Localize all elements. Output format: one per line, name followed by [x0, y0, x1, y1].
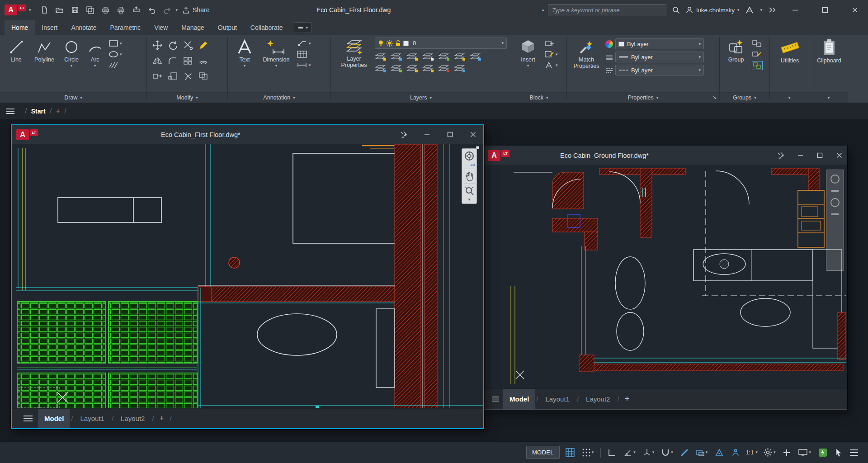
layer-make-current-button[interactable] — [375, 64, 387, 73]
new-drawing-tab-button[interactable]: + — [56, 107, 60, 116]
properties-dialog-launcher-icon[interactable]: ↘ — [712, 94, 717, 100]
group-edit-button[interactable] — [752, 50, 763, 58]
tab-view[interactable]: View — [147, 20, 175, 35]
ellipse-tool-button[interactable]: ▾ — [108, 50, 122, 58]
tab-model[interactable]: Model — [503, 389, 535, 409]
panel-footer-groups[interactable]: Groups▾ — [720, 92, 769, 103]
layer-lock-button[interactable] — [422, 52, 434, 61]
explode-tool-button[interactable] — [181, 69, 195, 83]
user-account-button[interactable]: luke.cholmsky ▾ — [685, 6, 739, 14]
tab-model[interactable]: Model — [38, 409, 70, 428]
qat-customize-caret-icon[interactable]: ▾ — [176, 8, 178, 12]
clean-screen-cursor-button[interactable] — [833, 447, 844, 458]
tab-insert[interactable]: Insert — [35, 20, 64, 35]
layout-tab-menu-icon[interactable] — [488, 396, 503, 402]
close-button[interactable] — [842, 0, 868, 20]
search-history-caret-icon[interactable]: ▸ — [542, 8, 545, 12]
layer-walk-button[interactable] — [406, 64, 418, 73]
doc-close-button[interactable] — [470, 132, 476, 137]
group-button[interactable]: Group — [723, 38, 749, 63]
move-tool-button[interactable] — [151, 38, 164, 52]
dimension-tool-button[interactable]: Dimension ▾ — [259, 38, 293, 68]
app-connect-caret-icon[interactable]: ▾ — [760, 8, 762, 12]
panel-footer-annotation[interactable]: Annotation▾ — [228, 92, 330, 103]
annotation-autoscale-toggle[interactable] — [730, 447, 741, 458]
tab-home[interactable]: Home — [5, 20, 35, 35]
annotation-monitor-button[interactable] — [781, 447, 793, 458]
copy-tool-button[interactable] — [197, 69, 210, 83]
erase-tool-button[interactable] — [197, 38, 210, 52]
polar-tracking-toggle[interactable]: ▾ — [622, 447, 637, 458]
first-floor-viewport[interactable]: 2D ▾ — [12, 144, 483, 408]
insert-block-button[interactable]: Insert ▾ — [515, 38, 541, 68]
panel-footer-draw[interactable]: Draw▾ — [0, 92, 146, 103]
layer-properties-button[interactable]: Layer Properties — [335, 38, 373, 69]
layer-match-button[interactable] — [438, 52, 450, 61]
doc-maximize-button[interactable] — [817, 152, 823, 158]
panel-footer-utilities[interactable]: ▾ — [770, 92, 809, 103]
layer-state-button[interactable] — [470, 52, 481, 61]
annotation-scale-button[interactable]: 1:1▾ — [745, 449, 758, 456]
layer-isolate-button[interactable] — [391, 52, 402, 61]
layer-freeze-button[interactable] — [406, 52, 418, 61]
search-input[interactable] — [548, 4, 666, 16]
navigation-wheel-icon[interactable] — [464, 151, 475, 161]
edit-attributes-button[interactable]: ▾ — [544, 50, 558, 58]
tab-output[interactable]: Output — [211, 20, 244, 35]
tab-layout2[interactable]: Layout2 — [580, 389, 616, 409]
first-floor-plan[interactable] — [12, 144, 483, 408]
pin-icon[interactable] — [777, 152, 784, 159]
layer-delete-button[interactable] — [438, 64, 450, 73]
share-button[interactable]: Share — [182, 6, 209, 14]
layer-off-button[interactable] — [375, 52, 387, 61]
nav-more-icon[interactable] — [831, 213, 839, 215]
hatch-tool-button[interactable] — [108, 61, 122, 69]
tab-annotate[interactable]: Annotate — [64, 20, 103, 35]
workspace-gear-button[interactable]: ▾ — [762, 446, 777, 458]
batch-plot-button[interactable] — [114, 3, 128, 17]
customization-menu-button[interactable] — [848, 448, 860, 458]
leader-tool-button[interactable]: ▾ — [297, 39, 311, 47]
publish-button[interactable] — [130, 3, 143, 17]
start-tab[interactable]: Start — [31, 108, 46, 115]
maximize-button[interactable] — [812, 0, 838, 20]
stretch-tool-button[interactable] — [151, 69, 164, 83]
zoom-icon[interactable] — [830, 198, 840, 207]
viewport-grip-handle[interactable] — [476, 146, 479, 149]
new-layout-button[interactable]: + — [620, 394, 634, 404]
plot-button[interactable] — [99, 3, 113, 17]
expand-toolbar-icon[interactable] — [766, 4, 778, 16]
panel-footer-modify[interactable]: Modify▾ — [147, 92, 227, 103]
ribbon-display-options-button[interactable]: ▾ — [294, 22, 312, 33]
mirror-tool-button[interactable] — [151, 54, 164, 67]
ground-floor-viewport[interactable] — [483, 165, 847, 388]
pan-icon[interactable] — [831, 190, 839, 192]
group-selection-toggle[interactable] — [752, 61, 763, 70]
lineweight-toggle[interactable] — [679, 447, 690, 458]
text-tool-button[interactable]: Text ▾ — [231, 38, 258, 68]
pan-hand-icon[interactable] — [464, 171, 474, 182]
lineweight-icon[interactable] — [605, 54, 613, 60]
doc-maximize-button[interactable] — [447, 132, 453, 137]
ground-floor-plan[interactable] — [483, 165, 847, 387]
layer-previous-button[interactable] — [454, 52, 466, 61]
ground-floor-titlebar[interactable]: A LT Eco Cabin_Ground Floor.dwg* — [483, 146, 847, 165]
redo-button[interactable] — [160, 3, 174, 17]
tab-collaborate[interactable]: Collaborate — [244, 20, 290, 35]
pin-icon[interactable] — [400, 131, 407, 138]
save-as-button[interactable] — [84, 3, 97, 17]
graphics-performance-toggle[interactable] — [816, 446, 829, 459]
match-properties-button[interactable]: Match Properties — [571, 38, 602, 70]
autodesk-app-icon[interactable] — [743, 3, 756, 17]
open-file-button[interactable] — [53, 3, 66, 17]
table-tool-button[interactable] — [297, 50, 311, 58]
trim-tool-button[interactable] — [181, 38, 195, 52]
window-first-floor[interactable]: A LT Eco Cabin_First Floor.dwg* — [11, 124, 484, 429]
rectangle-tool-button[interactable]: ▾ — [108, 39, 122, 47]
ortho-toggle[interactable] — [606, 447, 618, 458]
annotation-visibility-toggle[interactable] — [713, 447, 726, 458]
layer-merge-button[interactable] — [391, 64, 402, 73]
layout-tab-menu-icon[interactable] — [18, 415, 38, 422]
circle-tool-button[interactable]: Circle ▾ — [60, 38, 83, 68]
polyline-tool-button[interactable]: Polyline — [30, 38, 58, 63]
